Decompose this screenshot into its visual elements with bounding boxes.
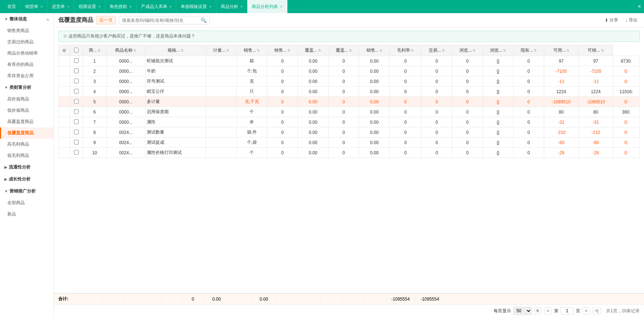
cell-name[interactable]: 属性价格打印测试	[145, 148, 206, 158]
sidebar-item-stock-capital[interactable]: 库存资金占用	[0, 70, 54, 82]
cell-browse1[interactable]: 0	[483, 127, 513, 138]
cell-browse1[interactable]: 0	[483, 107, 513, 117]
col-transaction[interactable]: 交易...⇅	[421, 45, 452, 56]
select-all-checkbox[interactable]	[74, 48, 79, 52]
col-browse1[interactable]: 浏览...⇅	[452, 45, 483, 56]
col-checkbox[interactable]	[70, 45, 83, 56]
sidebar-item-high-coverage[interactable]: 高覆盖度商品	[0, 116, 54, 127]
sidebar-section-overall[interactable]: ▼ 整体信息 «	[0, 13, 54, 25]
first-page-button[interactable]: K	[534, 307, 542, 314]
cell-browse1[interactable]: 0	[483, 76, 513, 87]
cell-name[interactable]: 启用保质期	[145, 107, 206, 117]
cell-browse1[interactable]: 0	[483, 87, 513, 97]
row-checkbox[interactable]	[74, 140, 79, 144]
col-code[interactable]: 商...⇅	[83, 45, 106, 56]
nav-item-roles[interactable]: 角色授权 ×	[105, 0, 136, 13]
collapse-sidebar-icon[interactable]: «	[46, 16, 49, 22]
sidebar-item-new-products[interactable]: 新品	[0, 209, 54, 220]
sidebar-item-low-value[interactable]: 低价值商品	[0, 105, 54, 116]
sidebar-section-marketing[interactable]: ▼ 营销推广分析	[0, 185, 54, 197]
col-sales-amount[interactable]: 销售...⇅	[267, 45, 298, 56]
sidebar-item-sales-products[interactable]: 销售类商品	[0, 25, 54, 36]
cell-browse1[interactable]: 0	[483, 97, 513, 107]
col-settings[interactable]: ⚙	[59, 45, 70, 56]
export-button[interactable]: ↓ 导出	[623, 16, 640, 24]
cell-browse1[interactable]: 0	[483, 117, 513, 127]
col-current-stock[interactable]: 现有...⇅	[513, 45, 544, 56]
col-spec[interactable]: 规格...⇅	[145, 45, 206, 56]
share-button[interactable]: ⬆ 分享	[602, 16, 620, 24]
sidebar-item-low-margin[interactable]: 低毛利商品	[0, 150, 54, 161]
cell-name[interactable]: 符号测试	[145, 76, 206, 87]
prev-page-button[interactable]: <	[544, 307, 552, 314]
col-saleable[interactable]: 可销...⇅	[578, 45, 613, 56]
next-page-button[interactable]: >	[582, 307, 590, 314]
last-page-button[interactable]: >|	[592, 307, 601, 314]
nav-item-analysis-list[interactable]: 商品分析列表 ×	[247, 0, 287, 13]
sidebar-item-traded-products[interactable]: 交易过的商品	[0, 36, 54, 48]
row-checkbox[interactable]	[74, 89, 79, 94]
row-checkbox[interactable]	[74, 119, 79, 124]
cell-name[interactable]: 属性	[145, 117, 206, 127]
row-checkbox[interactable]	[74, 58, 79, 63]
close-icon[interactable]: ×	[40, 4, 43, 9]
sidebar-section-wealth[interactable]: ▼ 类财富分析	[0, 82, 54, 94]
cell-name[interactable]: 测试数量	[145, 127, 206, 138]
cell-name[interactable]: 多计量	[145, 97, 206, 107]
row-checkbox[interactable]	[74, 130, 79, 134]
row-checkbox[interactable]	[74, 150, 79, 155]
col-coverage1[interactable]: 覆盖...⇅	[298, 45, 328, 56]
row-checkbox[interactable]	[74, 79, 79, 83]
col-sales3[interactable]: 销售...⇅	[359, 45, 390, 56]
nav-item-sales[interactable]: 销货单 ×	[21, 0, 47, 13]
search-input[interactable]	[122, 18, 201, 23]
col-name[interactable]: 商品名称⇅	[106, 45, 145, 56]
page-input[interactable]	[561, 307, 574, 314]
per-page-select[interactable]: 50 10 20 100	[513, 307, 532, 315]
sidebar-section-growth[interactable]: ▶ 成长性分析	[0, 173, 54, 185]
close-icon[interactable]: ×	[240, 4, 243, 9]
close-icon[interactable]: ×	[169, 4, 172, 9]
search-icon[interactable]: 🔍	[201, 17, 207, 23]
cell-browse1[interactable]: 0	[483, 138, 513, 148]
cell-name[interactable]: 旺辅批次测试	[145, 56, 206, 66]
close-icon[interactable]: ×	[67, 4, 69, 9]
sidebar-item-high-value[interactable]: 高价值商品	[0, 94, 54, 105]
cell-browse1[interactable]: 0	[483, 56, 513, 66]
settings-icon[interactable]: ⚙	[62, 48, 66, 53]
close-icon[interactable]: ×	[129, 4, 131, 9]
col-sales-qty[interactable]: 销售...⇅	[236, 45, 267, 56]
cell-browse1[interactable]: 0	[483, 148, 513, 158]
cell-name[interactable]: 眠宝公仔	[145, 87, 206, 97]
sidebar-item-category-rate[interactable]: 商品分类动销率	[0, 48, 54, 59]
cell-name[interactable]: 牛奶	[145, 66, 206, 76]
row-checkbox[interactable]	[74, 99, 79, 104]
row-checkbox[interactable]	[74, 109, 79, 114]
col-available-stock[interactable]: 可用...⇅	[544, 45, 578, 56]
nav-item-purchase[interactable]: 进货单 ×	[47, 0, 74, 13]
sidebar-item-all-products[interactable]: 全部商品	[0, 197, 54, 209]
date-filter-button[interactable]: 近一月	[96, 16, 116, 24]
col-browse2[interactable]: 浏览...⇅	[483, 45, 513, 56]
sidebar-item-high-margin[interactable]: 高毛利商品	[0, 139, 54, 150]
close-icon[interactable]: ×	[209, 4, 211, 9]
col-unit[interactable]: 计量...⇅	[206, 45, 236, 56]
sidebar-section-liquidity[interactable]: ▶ 流通性分析	[0, 161, 54, 173]
nav-item-product-analysis[interactable]: 商品分析 ×	[216, 0, 247, 13]
nav-item-home[interactable]: 首页	[3, 0, 21, 13]
col-gross-margin[interactable]: 毛利率⇅	[390, 45, 421, 56]
row-checkbox[interactable]	[74, 68, 79, 73]
nav-item-template[interactable]: 单据模板设置 ×	[176, 0, 216, 13]
close-all-button[interactable]: ×	[638, 3, 641, 10]
sidebar-item-stock-products[interactable]: 有库存的商品	[0, 59, 54, 70]
close-icon[interactable]: ×	[280, 4, 282, 9]
cell-browse1[interactable]: 0	[483, 66, 513, 76]
cell-sales-amount: 0.00	[298, 87, 328, 97]
cell-sales-qty: 0	[267, 148, 298, 158]
nav-item-finished-goods[interactable]: 产成品入库单 ×	[137, 0, 176, 13]
close-icon[interactable]: ×	[98, 4, 101, 9]
nav-item-permissions[interactable]: 权限设置 ×	[74, 0, 105, 13]
cell-name[interactable]: 测试提成	[145, 138, 206, 148]
col-coverage2[interactable]: 覆盖...⇅	[328, 45, 359, 56]
sidebar-item-low-coverage[interactable]: 低覆盖度商品	[0, 127, 54, 139]
